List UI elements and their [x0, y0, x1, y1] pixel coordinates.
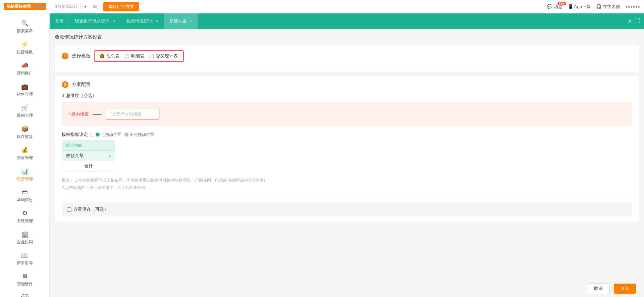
tab-bank-flow-label: 现金银行流水查询	[75, 18, 110, 24]
tab-bank-flow[interactable]: 现金银行流水查询 ×	[69, 13, 121, 29]
header-breadcrumb: 收款情况统计	[51, 3, 81, 10]
dimension-area: * 纵向维度 —— 请选择分组维度	[62, 102, 632, 126]
sidebar-label-basic: 基础信息	[17, 197, 33, 203]
dropdown-icon[interactable]: ▾	[84, 4, 87, 9]
tab-new-plan-close[interactable]: ×	[190, 19, 193, 23]
sidebar-label-purchase: 采购管理	[17, 113, 33, 118]
section2-title: 方案配置	[72, 82, 91, 88]
logo-text: 畅捷通好生意	[7, 4, 31, 9]
indicator-table: 统计指标 收款金额 ∨ 合计	[62, 140, 115, 171]
tip-2-text: 2.点击标题栏下拉可设置排序、插入列和删除列	[62, 184, 146, 192]
page-content: 收款情况统计方案设置 1 选择模板 汇总表 明细表	[50, 29, 644, 280]
radio-detail-input[interactable]	[125, 54, 129, 58]
cancel-button[interactable]: 取消	[587, 283, 610, 294]
dimension-select[interactable]: 请选择分组维度	[106, 109, 159, 119]
sidebar-label-quick-nav: 快捷导航	[17, 49, 33, 55]
sidebar-item-finance[interactable]: 💰 资金管理	[0, 143, 49, 164]
sidebar-item-hardware[interactable]: 🖥 智能硬件	[0, 269, 49, 290]
logo: 畅捷通好生意 标准版	[4, 3, 46, 10]
search-icon: 🔍	[21, 19, 29, 27]
indicator-settings-label: 模板指标设定（	[62, 132, 92, 138]
radio-cross-label: 交叉统计表	[156, 53, 178, 59]
message-badge[interactable]: 💬 消息 99+	[547, 4, 562, 10]
main-layout: 🔍 搜索菜单 ⚡ 快捷导航 📣 营销推广 💼 销售管理 🛒 采购管理 📦 库存核…	[0, 13, 644, 297]
tab-maximize-icon[interactable]: ⛶	[635, 18, 640, 24]
tab-close-icon[interactable]: ✕	[628, 18, 632, 24]
indicator-cell-subtotal: 合计	[62, 161, 115, 171]
basic-icon: 🗃	[22, 189, 28, 196]
sidebar-label-sales: 销售管理	[17, 92, 33, 97]
tab-home[interactable]: 首页	[50, 13, 69, 29]
indicator-table-header: 统计指标	[62, 141, 115, 151]
sidebar-label-search: 搜索菜单	[17, 28, 33, 34]
dimension-subtitle: 汇总维度（必选）	[62, 93, 632, 99]
tips: 提示： 1.拖动标题栏可以调整布局，不可跨维度或指标区域拖动栏目字段（只能在同一…	[62, 177, 632, 191]
sidebar-item-system[interactable]: ⚙ 系统管理	[0, 206, 49, 227]
management-icon: 📊	[21, 167, 29, 175]
wechat-icon: 💬	[21, 294, 29, 297]
radio-detail[interactable]: 明细表	[125, 53, 144, 59]
sidebar-item-marketing[interactable]: 📣 营销推广	[0, 58, 49, 80]
finance-icon: 💰	[21, 146, 29, 154]
indicator-settings: 模板指标设定（ 可拖动位置 不可拖动位置） 统计指标 收	[62, 132, 632, 171]
online-service[interactable]: 🎧 在线客服	[596, 4, 620, 10]
movable-label: 可拖动位置	[101, 132, 121, 138]
radio-summary-label: 汇总表	[106, 53, 119, 59]
trial-button[interactable]: 体验行业方案	[103, 2, 139, 11]
save-checkbox[interactable]	[67, 207, 71, 212]
sidebar-item-management[interactable]: 📊 经营管理	[0, 164, 49, 185]
sidebar-label-enterprise: 企业协同	[17, 239, 33, 245]
sidebar-item-sales[interactable]: 💼 销售管理	[0, 80, 49, 101]
sidebar-item-inventory[interactable]: 📦 库存核算	[0, 122, 49, 143]
indicator-dropdown-icon[interactable]: ∨	[108, 154, 111, 158]
tab-receipt-stats[interactable]: 收款情况统计 ×	[121, 13, 164, 29]
tab-right-controls: ✕ ⛶	[628, 18, 644, 24]
radio-cross[interactable]: 交叉统计表	[150, 53, 178, 59]
header: 畅捷通好生意 标准版 收款情况统计 ▾ ⚙ 体验行业方案 💬 消息 99+ 📱 …	[0, 0, 644, 13]
sidebar-item-search[interactable]: 🔍 搜索菜单	[0, 16, 49, 37]
radio-summary[interactable]: 汇总表	[100, 53, 119, 59]
sidebar-label-hardware: 智能硬件	[17, 281, 33, 287]
vertical-dimension-row: * 纵向维度 —— 请选择分组维度	[68, 109, 625, 119]
sidebar-item-enterprise[interactable]: 🏢 企业协同	[0, 227, 49, 248]
sidebar-label-inventory: 库存核算	[17, 134, 33, 140]
section-template: 1 选择模板 汇总表 明细表 交叉统计表	[55, 45, 639, 72]
system-icon: ⚙	[22, 209, 28, 217]
sidebar-item-quick-nav[interactable]: ⚡ 快捷导航	[0, 37, 49, 58]
header-right: 💬 消息 99+ 📱 App下载 🎧 在线客服 ●●●●●●	[547, 4, 640, 10]
gear-icon[interactable]: ⚙	[93, 3, 97, 10]
sidebar-label-guide: 新手引导	[17, 260, 33, 266]
footer: 取消 查询	[50, 280, 644, 297]
sidebar-item-guide[interactable]: 📖 新手引导	[0, 248, 49, 269]
query-button[interactable]: 查询	[614, 284, 636, 294]
sidebar: 🔍 搜索菜单 ⚡ 快捷导航 📣 营销推广 💼 销售管理 🛒 采购管理 📦 库存核…	[0, 13, 50, 297]
app-download[interactable]: 📱 App下载	[568, 4, 591, 10]
tab-receipt-stats-close[interactable]: ×	[156, 19, 158, 23]
section1-header: 1 选择模板 汇总表 明细表 交叉统计表	[62, 50, 632, 62]
radio-detail-label: 明细表	[131, 53, 144, 59]
radio-cross-input[interactable]	[150, 54, 154, 58]
sidebar-label-management: 经营管理	[17, 176, 33, 182]
tip-1-text: 提示： 1.拖动标题栏可以调整布局，不可跨维度或指标区域拖动栏目字段（只能在同一…	[62, 177, 267, 184]
tab-bank-flow-close[interactable]: ×	[113, 19, 115, 23]
save-option-label: 方案保存（可选）	[73, 206, 108, 212]
tip-2: 2.点击标题栏下拉可设置排序、插入列和删除列	[62, 184, 632, 192]
indicator-header: 模板指标设定（ 可拖动位置 不可拖动位置）	[62, 132, 632, 138]
indicator-cell-amount[interactable]: 收款金额 ∨	[62, 151, 115, 161]
section1-num: 1	[62, 53, 68, 59]
tip-1: 提示： 1.拖动标题栏可以调整布局，不可跨维度或指标区域拖动栏目字段（只能在同一…	[62, 177, 632, 184]
indicator-cell-label: 收款金额	[66, 153, 84, 159]
radio-summary-input[interactable]	[100, 54, 104, 58]
section2-header: 2 方案配置	[62, 81, 632, 88]
hardware-icon: 🖥	[22, 273, 28, 280]
sidebar-item-wechat[interactable]: 💬 企业微信	[0, 290, 49, 297]
sidebar-item-purchase[interactable]: 🛒 采购管理	[0, 101, 49, 122]
dimension-arrow: ——	[93, 112, 102, 117]
tab-new-plan-label: 新建方案	[169, 18, 187, 24]
tab-new-plan[interactable]: 新建方案 ×	[164, 13, 198, 29]
content-area: 首页 现金银行流水查询 × 收款情况统计 × 新建方案 × ✕ ⛶ 收款情况统计…	[50, 13, 644, 297]
fixed-label: 不可拖动位置）	[130, 132, 158, 138]
sidebar-label-marketing: 营销推广	[17, 70, 33, 76]
logo-sub: 标准版	[33, 5, 43, 8]
sidebar-item-basic[interactable]: 🗃 基础信息	[0, 185, 49, 206]
